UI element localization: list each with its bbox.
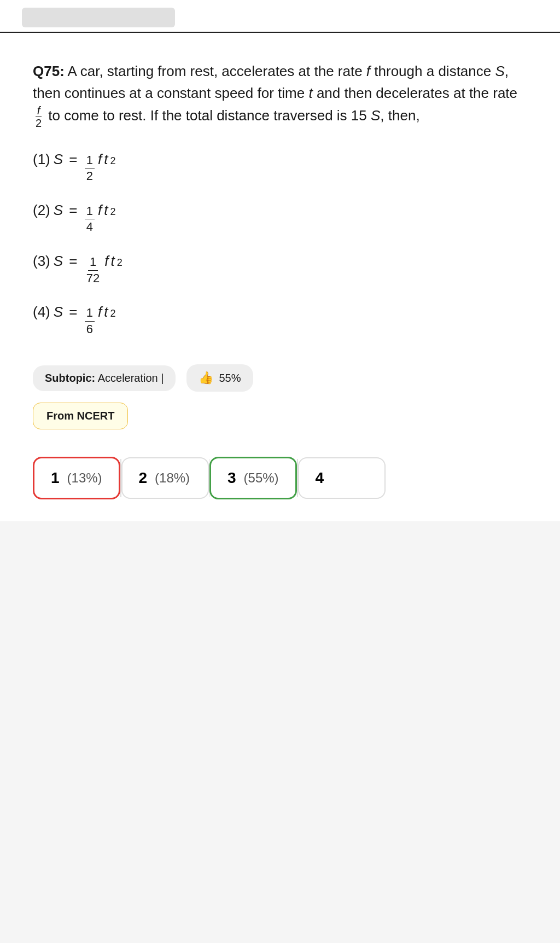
subtopic-label: Subtopic:: [45, 372, 95, 384]
frac-top: 1: [85, 305, 95, 322]
frac-top: 1: [88, 254, 98, 271]
option-1-expr: S = 1 2 ft2: [54, 151, 116, 184]
subtopic-badge: Subtopic: Acceleration |: [33, 365, 176, 391]
question-text: Q75: A car, starting from rest, accelera…: [33, 60, 527, 129]
answer-4-number: 4: [316, 469, 324, 487]
frac-bot: 2: [85, 168, 95, 184]
option-3-expr: S = 1 72 ft2: [54, 253, 122, 286]
option-2-expr: S = 1 4 ft2: [54, 202, 116, 235]
top-bar-inner: [22, 8, 175, 27]
fraction-f-over-2: f 2: [34, 104, 43, 129]
frac-1-72: 1 72: [85, 254, 101, 286]
var-f: f: [366, 63, 370, 79]
var-s2: S: [371, 107, 380, 124]
var-t: t: [308, 85, 312, 101]
answer-3-button[interactable]: 3 (55%): [209, 457, 297, 499]
frac-bot: 4: [85, 219, 95, 235]
answer-3-number: 3: [228, 469, 236, 487]
option-2: (2) S = 1 4 ft2: [33, 202, 527, 235]
page-container: Q75: A car, starting from rest, accelera…: [0, 0, 560, 943]
answer-3-pct: (55%): [244, 470, 279, 486]
option-4-number: (4): [33, 304, 50, 321]
frac-1-2: 1 2: [85, 153, 95, 184]
thumbs-percentage: 55%: [219, 372, 241, 385]
option-1: (1) S = 1 2 ft2: [33, 151, 527, 184]
fraction-denominator: 2: [34, 117, 43, 129]
fraction-numerator: f: [36, 104, 42, 117]
frac-top: 1: [85, 203, 95, 220]
option-1-number: (1): [33, 151, 50, 168]
sup-2d: 2: [110, 308, 115, 319]
option-3: (3) S = 1 72 ft2: [33, 253, 527, 286]
options-list: (1) S = 1 2 ft2 (2) S = 1 4: [33, 151, 527, 337]
answer-4-button[interactable]: 4: [298, 457, 386, 499]
option-3-number: (3): [33, 253, 50, 270]
frac-bot: 6: [85, 322, 95, 337]
subtopic-value: Acceleration |: [98, 372, 164, 384]
question-number: Q75:: [33, 63, 65, 79]
ncert-label: From NCERT: [46, 410, 114, 422]
answer-2-pct: (18%): [155, 470, 190, 486]
sup-2c: 2: [117, 257, 122, 269]
subtopic-row: Subtopic: Acceleration | 👍 55%: [33, 364, 527, 392]
answer-1-button[interactable]: 1 (13%): [33, 457, 120, 499]
top-bar: [0, 0, 560, 33]
frac-bot: 72: [85, 271, 101, 287]
answer-1-pct: (13%): [67, 470, 102, 486]
ncert-badge: From NCERT: [33, 403, 128, 429]
thumbs-up-icon: 👍: [199, 371, 213, 385]
answers-row: 1 (13%) 2 (18%) 3 (55%) 4: [33, 457, 527, 499]
option-2-number: (2): [33, 202, 50, 219]
answer-1-number: 1: [51, 469, 60, 487]
question-card: Q75: A car, starting from rest, accelera…: [0, 33, 560, 521]
var-s: S: [495, 63, 504, 79]
sup-2: 2: [110, 155, 115, 167]
frac-1-6: 1 6: [85, 305, 95, 337]
frac-1-4: 1 4: [85, 203, 95, 235]
thumbs-badge[interactable]: 👍 55%: [186, 364, 253, 392]
option-4-expr: S = 1 6 ft2: [54, 304, 116, 337]
frac-top: 1: [85, 153, 95, 169]
answer-2-number: 2: [139, 469, 148, 487]
answer-2-button[interactable]: 2 (18%): [121, 457, 209, 499]
sup-2b: 2: [110, 206, 115, 218]
option-4: (4) S = 1 6 ft2: [33, 304, 527, 337]
